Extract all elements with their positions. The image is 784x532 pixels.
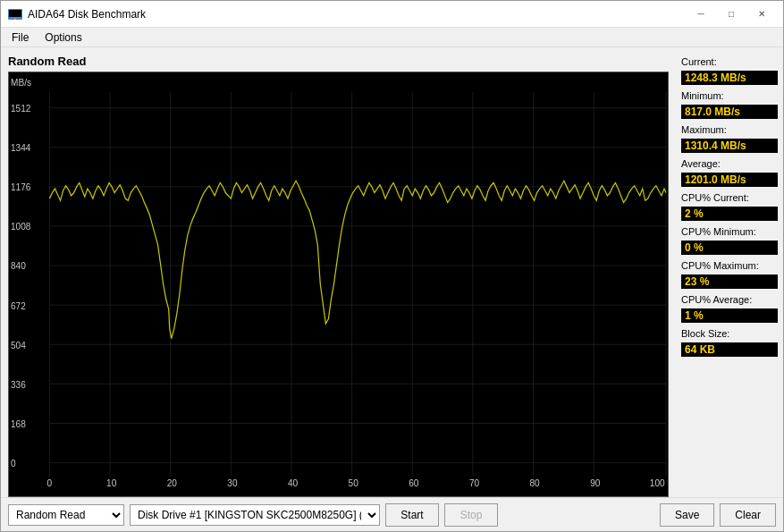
svg-text:100 %: 100 % bbox=[650, 477, 668, 489]
minimum-value: 817.0 MB/s bbox=[681, 105, 778, 119]
current-label: Current: bbox=[681, 56, 778, 67]
block-size-label: Block Size: bbox=[681, 328, 778, 339]
svg-text:MB/s: MB/s bbox=[11, 77, 31, 89]
cpu-maximum-label: CPU% Maximum: bbox=[681, 260, 778, 271]
average-label: Average: bbox=[681, 158, 778, 169]
save-button[interactable]: Save bbox=[660, 503, 714, 527]
cpu-minimum-label: CPU% Minimum: bbox=[681, 226, 778, 237]
cpu-maximum-value: 23 % bbox=[681, 274, 778, 289]
maximum-label: Maximum: bbox=[681, 124, 778, 135]
svg-point-2 bbox=[14, 18, 16, 20]
main-area: Random Read 15:34 MB/s 1512 1344 1176 10… bbox=[1, 47, 783, 497]
svg-text:1512: 1512 bbox=[11, 103, 31, 114]
menu-options[interactable]: Options bbox=[41, 30, 85, 45]
svg-text:10: 10 bbox=[106, 477, 116, 489]
title-bar-left: AIDA64 Disk Benchmark bbox=[8, 7, 146, 21]
svg-text:672: 672 bbox=[11, 300, 26, 311]
average-value: 1201.0 MB/s bbox=[681, 173, 778, 187]
main-window: AIDA64 Disk Benchmark ─ □ ✕ File Options… bbox=[0, 0, 784, 532]
title-controls: ─ □ ✕ bbox=[687, 5, 776, 23]
minimize-button[interactable]: ─ bbox=[687, 5, 715, 23]
menu-file[interactable]: File bbox=[8, 30, 32, 45]
minimum-label: Minimum: bbox=[681, 90, 778, 101]
maximum-value: 1310.4 MB/s bbox=[681, 139, 778, 153]
svg-text:336: 336 bbox=[11, 378, 26, 390]
svg-text:20: 20 bbox=[167, 477, 177, 489]
svg-text:1008: 1008 bbox=[11, 221, 31, 232]
start-button[interactable]: Start bbox=[385, 503, 439, 527]
svg-text:1344: 1344 bbox=[11, 142, 31, 154]
svg-text:80: 80 bbox=[530, 477, 540, 489]
bottom-controls: Random Read Random Write Sequential Read… bbox=[1, 497, 783, 531]
title-bar: AIDA64 Disk Benchmark ─ □ ✕ bbox=[1, 1, 783, 28]
chart-title: Random Read bbox=[8, 55, 669, 68]
svg-rect-1 bbox=[9, 10, 21, 17]
maximize-button[interactable]: □ bbox=[717, 5, 746, 23]
chart-area: 15:34 MB/s 1512 1344 1176 1008 840 672 5… bbox=[8, 72, 669, 497]
svg-text:60: 60 bbox=[409, 477, 418, 489]
svg-text:504: 504 bbox=[11, 339, 26, 350]
clear-button[interactable]: Clear bbox=[720, 503, 776, 527]
svg-rect-3 bbox=[9, 72, 668, 496]
block-size-value: 64 KB bbox=[681, 342, 778, 357]
svg-text:0: 0 bbox=[46, 477, 52, 489]
sidebar: Current: 1248.3 MB/s Minimum: 817.0 MB/s… bbox=[676, 47, 783, 497]
cpu-current-value: 2 % bbox=[681, 207, 778, 221]
window-title: AIDA64 Disk Benchmark bbox=[28, 8, 146, 21]
svg-text:90: 90 bbox=[590, 477, 600, 489]
stop-button[interactable]: Stop bbox=[444, 503, 498, 527]
app-icon bbox=[8, 7, 22, 21]
svg-text:0: 0 bbox=[11, 458, 16, 469]
svg-text:1176: 1176 bbox=[11, 182, 31, 193]
cpu-minimum-value: 0 % bbox=[681, 241, 778, 255]
menu-bar: File Options bbox=[1, 28, 783, 47]
svg-text:168: 168 bbox=[11, 418, 26, 429]
close-button[interactable]: ✕ bbox=[747, 5, 776, 23]
cpu-average-label: CPU% Average: bbox=[681, 294, 778, 305]
current-value: 1248.3 MB/s bbox=[681, 71, 778, 85]
svg-text:840: 840 bbox=[11, 260, 26, 272]
svg-text:50: 50 bbox=[349, 477, 358, 489]
svg-text:40: 40 bbox=[288, 477, 298, 489]
svg-text:30: 30 bbox=[227, 477, 237, 489]
chart-container: Random Read 15:34 MB/s 1512 1344 1176 10… bbox=[1, 47, 676, 497]
svg-text:70: 70 bbox=[469, 477, 479, 489]
chart-svg: MB/s 1512 1344 1176 1008 840 672 504 336… bbox=[9, 72, 668, 496]
drive-select[interactable]: Disk Drive #1 [KINGSTON SKC2500M8250G] (… bbox=[130, 504, 380, 526]
test-select[interactable]: Random Read Random Write Sequential Read… bbox=[8, 504, 124, 526]
cpu-current-label: CPU% Current: bbox=[681, 192, 778, 203]
cpu-average-value: 1 % bbox=[681, 308, 778, 323]
